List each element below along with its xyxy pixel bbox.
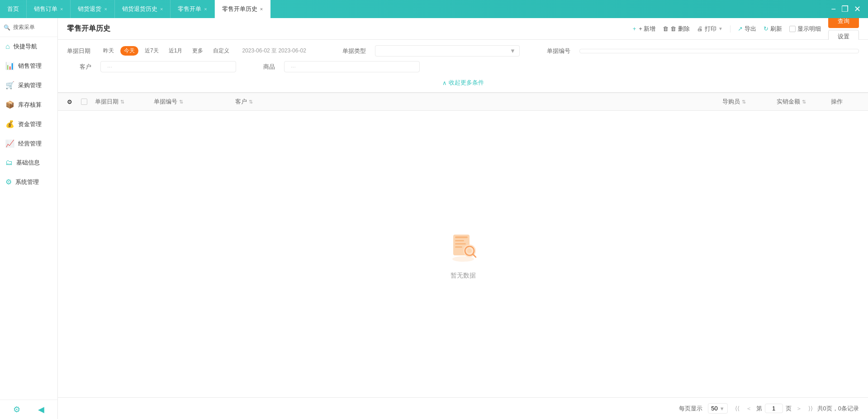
page-input[interactable]	[765, 404, 783, 413]
export-button[interactable]: ↗ 导出	[738, 25, 756, 33]
delete-button[interactable]: 🗑 🗑 删除	[663, 25, 690, 33]
per-page-select[interactable]: 50 ▼	[708, 403, 727, 414]
sidebar-bottom: ⚙ ◀	[0, 400, 57, 419]
sidebar-item-inventory[interactable]: 📦 库存核算	[0, 95, 57, 114]
settings-icon: ⚙	[67, 99, 72, 105]
sidebar-item-quick-nav[interactable]: ⌂ 快捷导航	[0, 37, 57, 56]
operations-icon: 📈	[5, 139, 14, 148]
sort-guide-icon: ⇅	[742, 99, 746, 105]
tab-sales-order[interactable]: 销售订单 ×	[27, 0, 71, 18]
delete-icon: 🗑	[663, 25, 669, 32]
date-yesterday[interactable]: 昨天	[100, 46, 118, 56]
svg-line-8	[473, 254, 476, 257]
customer-label: 客户	[80, 63, 91, 71]
prev-page-btn[interactable]: ＜	[744, 404, 754, 414]
filter-row-1: 单据日期 昨天 今天 近7天 近1月 更多 自定义 2023-06-02 至 2…	[67, 45, 859, 56]
dots-icon: ···	[107, 63, 112, 70]
svg-point-9	[467, 249, 472, 253]
window-controls: − ❐ ✕	[831, 4, 868, 14]
col-guide-label: 导购员	[722, 98, 740, 106]
refresh-button[interactable]: ↻ 刷新	[764, 25, 782, 33]
tab-home[interactable]: 首页	[0, 0, 27, 18]
th-checkbox[interactable]	[77, 99, 91, 105]
empty-icon	[445, 228, 481, 264]
dropdown-icon: ▼	[510, 47, 516, 54]
divider	[730, 25, 730, 33]
sidebar-item-sys-mgmt[interactable]: ⚙ 系统管理	[0, 172, 57, 192]
collapse-button[interactable]: ∧ 收起更多条件	[442, 79, 484, 87]
sidebar-item-sales-mgmt[interactable]: 📊 销售管理	[0, 56, 57, 75]
query-button[interactable]: 查询	[828, 18, 859, 28]
sort-customer-icon: ⇅	[249, 99, 253, 105]
sidebar-item-operations[interactable]: 📈 经营管理	[0, 134, 57, 153]
home-icon: ⌂	[5, 42, 10, 51]
select-all-checkbox[interactable]	[81, 99, 87, 105]
chart-icon: 📊	[5, 61, 14, 70]
sidebar-item-purchase-mgmt[interactable]: 🛒 采购管理	[0, 75, 57, 95]
date-today[interactable]: 今天	[120, 46, 138, 56]
next-page-btn[interactable]: ＞	[794, 404, 804, 414]
sidebar: 🔍 搜索采单 ⌂ 快捷导航 📊 销售管理 🛒 采购管理 📦 库存核算 💰 资金管…	[0, 18, 58, 419]
refresh-icon: ↻	[764, 25, 768, 32]
sidebar-item-basic-info[interactable]: 🗂 基础信息	[0, 153, 57, 172]
close-btn[interactable]: ✕	[854, 4, 861, 14]
doc-number-input[interactable]	[579, 49, 859, 53]
restore-btn[interactable]: ❐	[841, 4, 849, 14]
per-page-value: 50	[711, 405, 717, 412]
sidebar-item-label: 经营管理	[18, 140, 42, 148]
customer-input[interactable]: ···	[100, 61, 236, 72]
th-number[interactable]: 单据编号 ⇅	[150, 98, 232, 106]
sidebar-collapse-icon[interactable]: ◀	[38, 405, 44, 414]
doc-type-select[interactable]: ▼	[375, 45, 520, 56]
last-page-btn[interactable]: ⟩⟩	[806, 404, 815, 413]
th-amount[interactable]: 实销金额 ⇅	[773, 98, 827, 106]
money-icon: 💰	[5, 120, 14, 128]
sidebar-settings-icon[interactable]: ⚙	[13, 405, 20, 414]
tab-sales-return-history[interactable]: 销货退货历史 ×	[115, 0, 171, 18]
th-settings[interactable]: ⚙	[62, 99, 77, 105]
product-input[interactable]: ···	[284, 61, 420, 72]
doc-type-label: 单据类型	[342, 47, 366, 55]
display-detail-checkbox[interactable]: 显示明细	[789, 25, 821, 33]
sidebar-item-finance[interactable]: 💰 资金管理	[0, 114, 57, 134]
tab-retail-open[interactable]: 零售开单 ×	[171, 0, 214, 18]
print-icon: 🖨	[697, 25, 703, 32]
tab-close-retail-open-history[interactable]: ×	[260, 6, 263, 12]
top-bar: 首页 销售订单 × 销货退货 × 销货退货历史 × 零售开单 × 零售开单历史 …	[0, 0, 868, 18]
minimize-btn[interactable]: −	[831, 5, 836, 14]
box-icon: 📦	[5, 100, 14, 109]
th-date[interactable]: 单据日期 ⇅	[91, 98, 150, 106]
th-action: 操作	[827, 98, 863, 106]
tab-sales-return[interactable]: 销货退货 ×	[71, 0, 114, 18]
tab-close-sales-return[interactable]: ×	[104, 6, 107, 12]
date-custom[interactable]: 自定义	[209, 46, 233, 56]
date-7days[interactable]: 近7天	[141, 46, 162, 56]
total-info: 共0页，0条记录	[817, 405, 859, 413]
sidebar-item-label: 销售管理	[18, 62, 42, 70]
tab-close-sales-order[interactable]: ×	[60, 6, 63, 12]
sidebar-item-label: 快捷导航	[14, 42, 37, 51]
print-dropdown-icon: ▼	[718, 26, 723, 31]
date-1month[interactable]: 近1月	[165, 46, 186, 56]
table-header: ⚙ 单据日期 ⇅ 单据编号 ⇅ 客户 ⇅ 导购员	[58, 93, 868, 111]
sidebar-search-label: 搜索采单	[13, 24, 35, 31]
table-footer: 每页显示 50 ▼ ⟨⟨ ＜ 第 页 ＞ ⟩⟩ 共0页，0条记录	[58, 397, 868, 419]
first-page-btn[interactable]: ⟨⟨	[733, 404, 741, 413]
print-button[interactable]: 🖨 打印 ▼	[697, 25, 723, 33]
date-more[interactable]: 更多	[189, 46, 207, 56]
detail-checkbox[interactable]	[789, 26, 796, 32]
add-button[interactable]: + + 新增	[633, 25, 656, 33]
cart-icon: 🛒	[5, 81, 14, 89]
sidebar-search[interactable]: 🔍 搜索采单	[0, 18, 57, 37]
th-guide[interactable]: 导购员 ⇅	[719, 98, 773, 106]
th-customer[interactable]: 客户 ⇅	[232, 98, 719, 106]
page-header: 零售开单历史 + + 新增 🗑 🗑 删除 🖨 打印 ▼ ↗	[58, 18, 868, 40]
tab-retail-open-history[interactable]: 零售开单历史 ×	[215, 0, 270, 18]
svg-point-0	[452, 256, 474, 262]
svg-rect-5	[455, 246, 462, 248]
per-page-label: 每页显示	[679, 405, 702, 413]
col-customer-label: 客户	[235, 98, 247, 106]
page-label-after: 页	[786, 405, 792, 413]
tab-close-sales-return-history[interactable]: ×	[160, 6, 163, 12]
tab-close-retail-open[interactable]: ×	[204, 6, 207, 12]
